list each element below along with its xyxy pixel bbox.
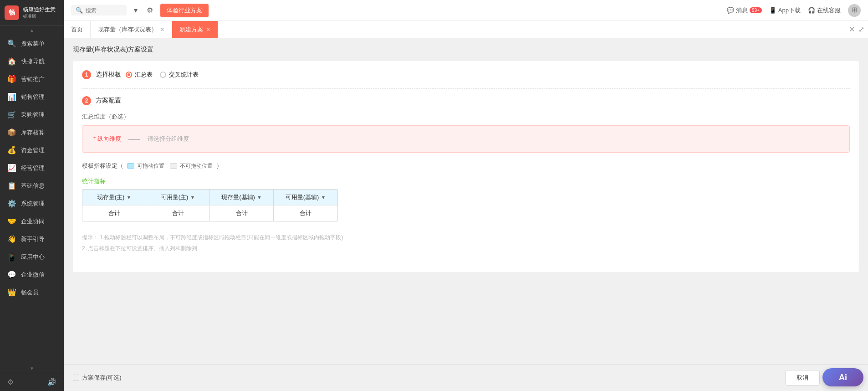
step2-header: 2 方案配置: [82, 96, 850, 105]
col0-chevron-icon: ▼: [126, 195, 131, 200]
topbar-search-box[interactable]: 🔍: [71, 5, 127, 15]
sidebar-item-label: 企业微信: [21, 271, 45, 279]
stats-data-col-2: 合计: [210, 206, 274, 221]
template-radio-group: 汇总表 交叉统计表: [126, 71, 199, 79]
sidebar-item-label: 销售管理: [21, 93, 45, 101]
dimension-dash: ——: [128, 136, 140, 143]
radio-cross-dot: [160, 72, 166, 78]
tabs-bar: 首页 现存量（库存状况表） ✕ 新建方案 ✕ ✕ ⤢: [64, 21, 868, 38]
stats-table: 现存量(主) ▼ 可用量(主) ▼ 现存量(基辅) ▼: [82, 189, 338, 221]
money-icon: 💰: [7, 146, 16, 154]
messages-label: 消息: [736, 6, 748, 15]
step2-section: 2 方案配置 汇总维度（必选） * 纵向维度 —— 请选择分组维度: [82, 96, 850, 254]
save-scheme-label: 方案保存(可选): [82, 374, 122, 382]
sidebar-footer: ⚙ 🔊: [0, 373, 64, 391]
tab-new-scheme[interactable]: 新建方案 ✕: [172, 21, 218, 38]
sidebar-item-marketing[interactable]: 🎁 营销推广: [0, 70, 64, 88]
box-icon: 📦: [7, 128, 16, 137]
sidebar-item-label: 系统管理: [21, 200, 45, 208]
dimension-placeholder: 请选择分组维度: [148, 135, 189, 143]
col1-chevron-icon: ▼: [190, 195, 195, 200]
sidebar-item-purchase[interactable]: 🛒 采购管理: [0, 106, 64, 123]
sidebar-item-member[interactable]: 👑 畅会员: [0, 283, 64, 301]
template-indicator: 模板指标设定（ 可拖动位置 不可拖动位置 ）: [82, 162, 850, 170]
radio-cross-label: 交叉统计表: [169, 71, 199, 79]
sidebar-item-system[interactable]: ⚙️ 系统管理: [0, 195, 64, 212]
sidebar-item-label: 资金管理: [21, 146, 45, 154]
bottom-bar: 方案保存(可选) 取消 查询: [64, 364, 868, 391]
step2-title: 方案配置: [96, 97, 121, 105]
step-divider: [82, 88, 850, 89]
cancel-button[interactable]: 取消: [785, 370, 820, 386]
topbar-search-input[interactable]: [86, 7, 122, 14]
sidebar-item-inventory[interactable]: 📦 库存核算: [0, 123, 64, 141]
stats-label: 统计指标: [82, 177, 850, 185]
topbar-dropdown-icon[interactable]: ▾: [132, 4, 139, 16]
message-icon: 💬: [727, 7, 734, 14]
sidebar-item-search[interactable]: 🔍 搜索菜单: [0, 35, 64, 52]
ai-fab-button[interactable]: Ai: [822, 368, 863, 386]
sidebar-item-cooperation[interactable]: 🤝 企业协同: [0, 212, 64, 230]
tip-line-1: 提示： 1.拖动标题栏可以调整布局，不可跨维度或指标区域拖动栏目(只能在同一维度…: [82, 232, 850, 243]
stats-header-col-3[interactable]: 可用量(基辅) ▼: [274, 190, 337, 205]
main-content: 🔍 ▾ ⚙ 体验行业方案 💬 消息 99+ 📱 App下载 🎧 在线客服 用: [64, 0, 868, 391]
radio-summary-dot: [126, 72, 132, 78]
footer-settings-icon[interactable]: ⚙: [7, 378, 14, 386]
tab-close-panel-icon[interactable]: ✕: [849, 25, 855, 34]
search-icon: 🔍: [76, 7, 83, 14]
topbar-gear-icon[interactable]: ⚙: [145, 4, 155, 16]
wave-icon: 👋: [7, 235, 16, 243]
sidebar-item-basic[interactable]: 📋 基础信息: [0, 177, 64, 195]
sidebar-item-wechat[interactable]: 💬 企业微信: [0, 266, 64, 283]
sidebar-item-label: 经营管理: [21, 164, 45, 172]
gift-icon: 🎁: [7, 75, 16, 83]
user-avatar[interactable]: 用: [848, 4, 861, 17]
trial-btn[interactable]: 体验行业方案: [160, 4, 209, 17]
stats-header-col-2[interactable]: 现存量(基辅) ▼: [210, 190, 274, 205]
content-area: 现存量(库存状况表)方案设置 1 选择模板 汇总表 交叉统计表: [64, 38, 868, 364]
stats-data-col-3: 合计: [274, 206, 337, 221]
sidebar-item-label: 新手引导: [21, 235, 45, 243]
tab-inventory-status[interactable]: 现存量（库存状况表） ✕: [91, 21, 172, 38]
stats-header-col-1[interactable]: 可用量(主) ▼: [146, 190, 210, 205]
home-icon: 🏠: [7, 57, 16, 66]
sidebar-scroll-up[interactable]: ▲: [0, 26, 64, 35]
vertical-dim-label: * 纵向维度: [93, 135, 121, 143]
sidebar-item-quicknav[interactable]: 🏠 快捷导航: [0, 52, 64, 70]
messages-btn[interactable]: 💬 消息 99+: [727, 6, 762, 15]
tab-expand-icon[interactable]: ⤢: [858, 25, 864, 34]
tab-inventory-close-icon[interactable]: ✕: [160, 26, 164, 33]
app-logo-icon: 畅: [5, 5, 19, 20]
stats-section: 统计指标 现存量(主) ▼ 可用量(主) ▼: [82, 177, 850, 223]
headset-icon: 🎧: [808, 7, 815, 14]
sidebar-item-label: 快捷导航: [21, 57, 45, 66]
sidebar-item-sales[interactable]: 📊 销售管理: [0, 88, 64, 106]
sidebar-item-newguide[interactable]: 👋 新手引导: [0, 230, 64, 248]
app-download-btn[interactable]: 📱 App下载: [769, 6, 801, 15]
save-scheme-checkbox[interactable]: 方案保存(可选): [73, 374, 122, 382]
tab-new-scheme-close-icon[interactable]: ✕: [206, 26, 210, 33]
footer-speaker-icon[interactable]: 🔊: [47, 378, 56, 386]
radio-summary[interactable]: 汇总表: [126, 71, 153, 79]
sidebar-item-label: 企业协同: [21, 217, 45, 226]
stats-data-row: 合计 合计 合计 合计: [82, 205, 337, 221]
online-service-btn[interactable]: 🎧 在线客服: [808, 6, 841, 15]
sidebar-item-appcenter[interactable]: 📱 应用中心: [0, 248, 64, 266]
user-name: 用: [852, 6, 857, 14]
sidebar-item-finance[interactable]: 💰 资金管理: [0, 141, 64, 159]
dimension-box[interactable]: * 纵向维度 —— 请选择分组维度: [82, 125, 850, 153]
radio-cross[interactable]: 交叉统计表: [160, 71, 199, 79]
template-indicator-label: 模板指标设定（ 可拖动位置 不可拖动位置 ）: [82, 162, 850, 170]
topbar-right: 💬 消息 99+ 📱 App下载 🎧 在线客服 用: [727, 4, 861, 17]
app-name: 畅康通好生意: [23, 6, 56, 14]
sidebar-item-label: 应用中心: [21, 253, 45, 261]
online-service-label: 在线客服: [817, 6, 841, 15]
messages-badge: 99+: [750, 7, 762, 13]
tab-home[interactable]: 首页: [64, 21, 91, 38]
sidebar-scroll-down[interactable]: ▼: [0, 364, 64, 373]
radio-summary-label: 汇总表: [135, 71, 153, 79]
sidebar-item-operation[interactable]: 📈 经营管理: [0, 159, 64, 177]
stats-header-col-0[interactable]: 现存量(主) ▼: [82, 190, 146, 205]
sidebar: 畅 畅康通好生意 标准版 ▲ 🔍 搜索菜单 🏠 快捷导航 🎁 营销推广 📊 销售…: [0, 0, 64, 391]
step1-num: 1: [82, 70, 91, 79]
